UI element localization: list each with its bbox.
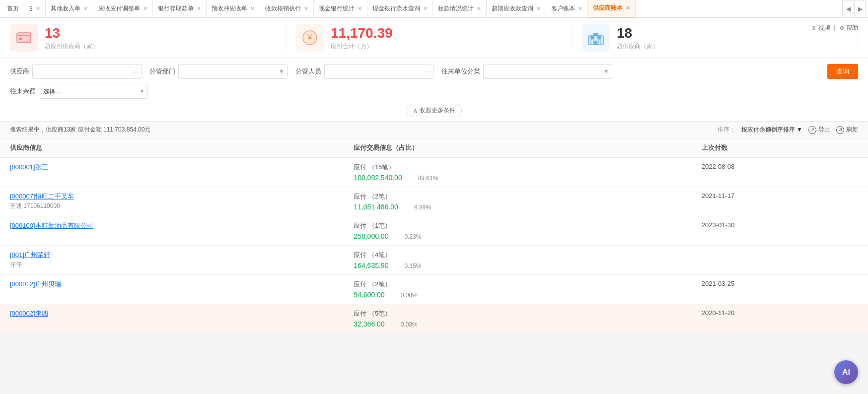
balance-select-wrap: 选择... ▼ [39, 84, 148, 99]
nav-tab-bank[interactable]: 银行存取款单 ✕ [153, 0, 207, 18]
nav-tab-customer-ledger[interactable]: 客户账本 ✕ [546, 0, 588, 18]
nav-tab-cash-stat-close[interactable]: ✕ [358, 5, 362, 12]
supplier-sub-info: 王通 17106110000 [10, 202, 334, 210]
supplier-table-container: 供应商信息 应付交易信息（占比） 上次付数 [000001]张三应付 （15笔）… [0, 138, 868, 333]
supplier-link[interactable]: [000100]本特勤油品有限公司 [10, 222, 93, 229]
nav-tab-receipt-stat-label: 收款情况统计 [438, 4, 474, 13]
payable-count: 应付 （5笔） [354, 309, 681, 318]
supplier-info-cell: [000012]广州贝瑞 [0, 275, 344, 304]
payable-amount[interactable]: 258,000.00 [354, 232, 388, 240]
category-select-wrap: ▼ [483, 64, 612, 79]
sort-chevron-icon: ▼ [796, 126, 802, 133]
dept-select[interactable] [178, 64, 288, 79]
nav-tab-other-income-close[interactable]: ✕ [83, 5, 88, 12]
payable-pct: 0.03% [401, 321, 418, 328]
results-summary: 搜索结果中，供应商13家 应付金额 111,703,854.00元 [10, 126, 150, 134]
payable-pct: 0.08% [401, 292, 418, 299]
payable-amount[interactable]: 11,051,486.00 [354, 203, 398, 211]
nav-tab-receipt-stat-close[interactable]: ✕ [477, 5, 481, 12]
nav-tab-cash-query-close[interactable]: ✕ [423, 5, 428, 12]
person-input-wrap: ··· [324, 64, 434, 79]
summary-item-payable-suppliers: 13 总应付供应商（家） [10, 24, 286, 52]
person-dots[interactable]: ··· [425, 67, 431, 75]
nav-left-arrow[interactable]: ◀ [842, 0, 854, 18]
nav-tab-receipt-exec[interactable]: 收款核销执行 ✕ [260, 0, 314, 18]
refresh-label: 刷新 [846, 126, 858, 134]
export-button[interactable]: ↗ 导出 [808, 126, 830, 134]
nav-tab-cash-query[interactable]: 现金银行流水查询 ✕ [367, 0, 433, 18]
supplier-link[interactable]: [001]广州荣轩 [10, 251, 50, 259]
supplier-info-cell: [000100]本特勤油品有限公司 [0, 216, 344, 246]
nav-tab-supplier-ledger[interactable]: 供应商账本 ✕ [588, 0, 636, 18]
supplier-input[interactable] [32, 64, 142, 79]
transaction-info-cell: 应付 （5笔）32,366.000.03% [344, 304, 691, 333]
payable-amount[interactable]: 164,635.90 [354, 262, 388, 269]
export-icon: ↗ [808, 126, 816, 134]
summary-item-payable-total: ¥ 11,170.39 应付合计（万） [286, 24, 572, 52]
nav-tab-receipt-stat[interactable]: 收款情况统计 ✕ [433, 0, 487, 18]
collapse-button[interactable]: ∧ 收起更多条件 [407, 104, 462, 117]
sort-value[interactable]: 按应付余额倒序排序 ▼ [741, 126, 802, 134]
sort-label: 排序： [718, 126, 735, 134]
supplier-link[interactable]: [000001]张三 [10, 163, 48, 171]
search-button[interactable]: 查询 [827, 64, 858, 79]
svg-rect-2 [19, 38, 22, 40]
nav-tab-cash-stat[interactable]: 现金银行统计 ✕ [314, 0, 367, 18]
nav-tab-home[interactable]: 首页 [2, 0, 24, 18]
last-payment-cell: 2021-03-25 [692, 275, 868, 304]
col-header-supplier-info: 供应商信息 [0, 138, 344, 158]
payable-amount[interactable]: 100,092,540.00 [354, 174, 402, 182]
person-input[interactable] [324, 64, 434, 79]
last-payment-cell: 2020-11-20 [692, 304, 868, 333]
supplier-info-cell: [000001]张三 [0, 158, 344, 187]
nav-tab-3-close[interactable]: ✕ [36, 5, 40, 12]
supplier-link[interactable]: [000002]李四 [10, 310, 48, 317]
col-header-last-payment: 上次付数 [692, 138, 868, 158]
last-payment-cell: 2021-11-17 [692, 187, 868, 216]
nav-tab-other-income[interactable]: 其他收入单 ✕ [46, 0, 93, 18]
nav-tab-bank-close[interactable]: ✕ [197, 5, 201, 12]
nav-right-arrow[interactable]: ▶ [854, 0, 866, 18]
payable-suppliers-icon [10, 24, 38, 52]
help-link[interactable]: ⊙ 帮助 [840, 24, 858, 32]
transaction-info-cell: 应付 （2笔）11,051,486.009.89% [344, 187, 691, 216]
nav-tab-prepay[interactable]: 预收冲应收单 ✕ [207, 0, 260, 18]
payable-amount[interactable]: 32,366.00 [354, 320, 384, 328]
payable-pct: 9.89% [414, 204, 431, 211]
nav-tab-overdue-close[interactable]: ✕ [536, 5, 541, 12]
refresh-button[interactable]: ↺ 刷新 [836, 126, 858, 134]
payable-total-icon: ¥ [296, 24, 324, 52]
nav-tab-ar-ap-close[interactable]: ✕ [143, 5, 147, 12]
summary-payable-suppliers-text: 13 总应付供应商（家） [45, 25, 98, 51]
nav-tab-3[interactable]: 3 ✕ [24, 0, 46, 18]
video-link[interactable]: ⊙ 视频 [811, 24, 830, 32]
svg-rect-9 [591, 40, 593, 45]
nav-tab-ar-ap[interactable]: 应收应付调整单 ✕ [93, 0, 153, 18]
last-payment-date: 2022-08-08 [702, 163, 735, 170]
transaction-info-cell: 应付 （4笔）164,635.900.15% [344, 246, 691, 275]
nav-tab-receipt-exec-close[interactable]: ✕ [304, 5, 308, 12]
payable-pct: 0.23% [404, 233, 421, 240]
svg-rect-10 [598, 40, 601, 45]
filter-supplier: 供应商 ··· [10, 64, 142, 79]
total-suppliers-value: 18 [617, 25, 658, 42]
supplier-dots[interactable]: ··· [133, 67, 139, 75]
supplier-filter-label: 供应商 [10, 67, 29, 76]
nav-tab-supplier-ledger-close[interactable]: ✕ [626, 5, 630, 11]
nav-tab-prepay-close[interactable]: ✕ [250, 5, 255, 12]
nav-tab-customer-ledger-close[interactable]: ✕ [578, 5, 582, 12]
payable-amount[interactable]: 94,600.00 [354, 291, 384, 299]
nav-arrows: ◀ ▶ [842, 0, 866, 18]
nav-tab-customer-ledger-label: 客户账本 [551, 4, 575, 13]
supplier-link[interactable]: [000012]广州贝瑞 [10, 280, 61, 288]
total-suppliers-icon [582, 24, 610, 52]
nav-tab-overdue[interactable]: 超期应收款查询 ✕ [487, 0, 546, 18]
collapse-label: 收起更多条件 [420, 106, 455, 115]
balance-select[interactable]: 选择... [39, 84, 148, 99]
category-select[interactable] [483, 64, 612, 79]
nav-tab-prepay-label: 预收冲应收单 [212, 4, 247, 13]
payable-total-value: 11,170.39 [331, 25, 393, 42]
export-label: 导出 [818, 126, 830, 134]
last-payment-cell: 2022-08-08 [692, 158, 868, 187]
supplier-link[interactable]: [000007]恒旺二手叉车 [10, 193, 74, 200]
